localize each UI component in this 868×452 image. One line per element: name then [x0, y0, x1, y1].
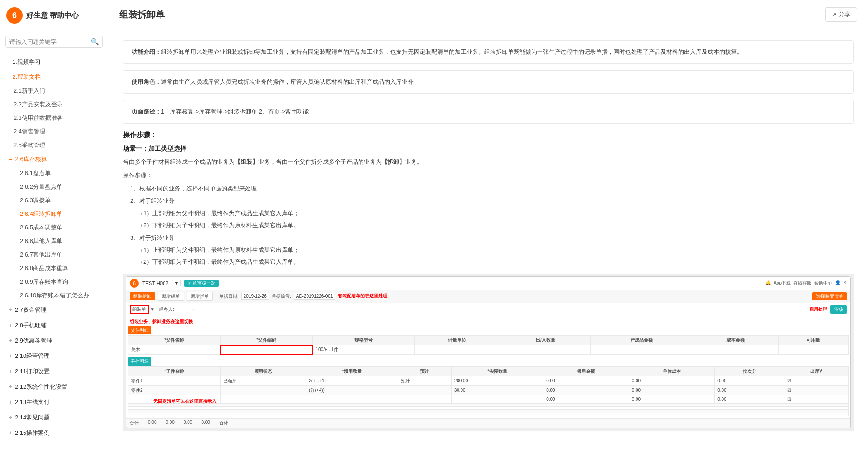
sidebar-item-faq[interactable]: + 2.14常见问题	[0, 410, 108, 425]
sidebar-item-docs[interactable]: − 2.帮助文档	[0, 70, 108, 84]
ss-table2-header: 子件明细	[128, 357, 151, 366]
operation-expand-icon: +	[9, 353, 12, 359]
ss-logo: 6	[130, 279, 139, 288]
ss-sum-val4: 0.00	[201, 420, 210, 426]
sidebar-item-print-label: 2.11打印设置	[15, 367, 50, 376]
sidebar-item-print[interactable]: + 2.11打印设置	[0, 364, 108, 379]
mobile-expand-icon: +	[9, 322, 12, 328]
ss-t1-col5: 出/入数量	[500, 335, 590, 345]
ss-t2-r2c3: (分(+4))	[306, 385, 398, 395]
ss-icon-help2: 帮助中心	[814, 280, 832, 286]
intro-block: 功能介绍：组装拆卸单用来处理企业组装或拆卸等加工业务，支持有固定装配清单的产品加…	[123, 40, 854, 64]
sidebar-item-otherinstock[interactable]: 2.6.6其他入库单	[0, 234, 108, 248]
sidebar-item-newcomer[interactable]: 2.1新手入门	[0, 84, 108, 98]
sidebar-item-stockerror[interactable]: 2.6.10库存账本错了怎么办	[0, 289, 108, 302]
ss-t2-row3: 0.00 0.00 0.00 ☑	[128, 395, 849, 403]
sidebar-item-custom[interactable]: + 2.12系统个性化设置	[0, 379, 108, 395]
sidebar-item-docs-label: 2.帮助文档	[13, 73, 41, 81]
search-input[interactable]	[9, 38, 91, 45]
screenshot-form-row: 组装单 ▼ 经办人: 启用处理 审核	[126, 303, 850, 316]
ss-icon-bell: 🔔	[765, 280, 771, 286]
screenshot-table1-wrap: 父件明细 *父件名称 *父件编码 规格型号 计量单位 出/入数量 产成品金额 成…	[126, 326, 850, 356]
ss-t1-r1c5	[500, 345, 590, 355]
sidebar-item-capital[interactable]: + 2.7资金管理	[0, 302, 108, 318]
ss-icon-user: 👤	[835, 280, 840, 286]
ss-sum-val2: 0.00	[165, 420, 174, 426]
ss-type-label: ▼	[150, 307, 155, 312]
ss-icons: 🔔 App下载 在线客服 帮助中心 👤 ✕	[765, 280, 847, 286]
step2a: （1）上部明细为父件明细，最终作为产成品生成某它入库单；	[137, 208, 854, 219]
sidebar-item-splitstock[interactable]: 2.6.2分量盘点单	[0, 180, 108, 194]
sidebar-item-adjust[interactable]: 2.6.3调拨单	[0, 194, 108, 207]
ss-date-value: 2019-12-26	[241, 293, 269, 300]
ss-annotation1-btn[interactable]: 选择装配清单	[812, 292, 847, 300]
video-expand-icon: +	[6, 59, 9, 65]
sidebar-item-install[interactable]: 2.2产品安装及登录	[0, 98, 108, 111]
role-label: 使用角色：	[132, 78, 161, 85]
ss-annotation2-area: 启用处理 审核	[809, 305, 847, 314]
case-expand-icon: +	[9, 430, 12, 436]
ss-t2-r7-empty	[128, 413, 849, 416]
path-block: 页面路径：1、库存核算->库存管理->组装拆卸单 2、首页->常用功能	[123, 100, 854, 124]
share-label: 分享	[839, 10, 850, 19]
ss-annotation3-text: 组装业务、拆卸业务在这里切换	[130, 319, 193, 324]
sidebar-item-inventory[interactable]: − 2.6库存核算	[0, 152, 108, 167]
ss-t1-r1c4	[414, 345, 500, 355]
ss-t2-r3c4	[398, 395, 451, 403]
search-input-wrap[interactable]: 🔍	[5, 36, 103, 48]
step2: 2、对于组装业务	[130, 195, 854, 206]
ss-t1-col6: 产成品金额	[590, 335, 693, 345]
scene1-desc: 当由多个子件材料组装成一个成品的业务为【组装】业务，当由一个父件拆分成多个子产品…	[123, 157, 854, 167]
sidebar-item-sales[interactable]: 2.4销售管理	[0, 125, 108, 138]
step3a: （1）上部明细为父件明细，最终作为原材料生成某它出库单；	[137, 245, 854, 255]
main-header: 组装拆卸单 ↗ 分享	[108, 0, 868, 29]
ss-t2-row6	[128, 409, 849, 413]
ss-t2-row7	[128, 413, 849, 416]
sidebar-item-dataprepare[interactable]: 2.3使用前数据准备	[0, 111, 108, 125]
sidebar-item-mobile[interactable]: + 2.8手机旺铺	[0, 318, 108, 333]
ss-t2-r3c8: 0.00	[715, 395, 784, 403]
sidebar-item-otheroutstock[interactable]: 2.6.7其他出库单	[0, 248, 108, 262]
custom-expand-icon: +	[9, 384, 12, 390]
intro-text: 组装拆卸单用来处理企业组装或拆卸等加工业务，支持有固定装配清单的产品加工业务，也…	[161, 48, 743, 55]
screenshot-card: 6 TEST-H002 ▼ 同意审核一次 🔔 App下载 在线客服 帮助中心 👤…	[126, 276, 851, 428]
sidebar-item-coupon[interactable]: + 2.9优惠券管理	[0, 333, 108, 348]
ss-btn-newadd2[interactable]: 新增拆单	[187, 292, 213, 301]
ss-t2-r1c7: 0.00	[629, 376, 715, 385]
ss-t2-col8: 批次分	[715, 366, 784, 376]
ss-btn-newadd[interactable]: 新增组单	[158, 292, 184, 301]
ss-t2-r3c7: 0.00	[629, 395, 715, 403]
ss-t2-r3c2	[220, 395, 306, 403]
sidebar-item-onlinepay[interactable]: + 2.13在线支付	[0, 395, 108, 410]
sidebar-item-mobile-label: 2.8手机旺铺	[15, 321, 47, 329]
intro-label: 功能介绍：	[132, 48, 161, 55]
ss-annotation4-text: 无固定清单可以在这里直接录入	[153, 399, 217, 404]
ss-t2-r1c5: 200.00	[451, 376, 543, 385]
sidebar-item-goodscost[interactable]: 2.6.8商品成本重算	[0, 262, 108, 275]
sidebar-item-stocktake[interactable]: 2.6.1盘点单	[0, 167, 108, 180]
ss-t1-r1c1: 关木	[128, 345, 221, 355]
sidebar-item-assembly[interactable]: 2.6.4组装拆卸单	[0, 207, 108, 221]
step3b: （2）下部明细为子件明细，最终作为产成品生成某它入库单。	[137, 257, 854, 267]
sidebar-item-purchase[interactable]: 2.5采购管理	[0, 138, 108, 152]
ss-t2-r2c5: 30.00	[451, 385, 543, 395]
ss-t2-r1c4: 预计	[398, 376, 451, 385]
share-icon: ↗	[832, 11, 837, 18]
sidebar-item-costadj[interactable]: 2.6.5成本调整单	[0, 221, 108, 234]
page-title: 组装拆卸单	[119, 9, 165, 21]
sidebar-item-stockcheck[interactable]: 2.6.9库存账本查询	[0, 275, 108, 289]
share-button[interactable]: ↗ 分享	[825, 7, 857, 22]
step1: 1、根据不同的业务，选择不同单据的类型来处理	[130, 183, 854, 194]
sidebar-item-operation[interactable]: + 2.10经营管理	[0, 348, 108, 364]
search-area: 🔍	[0, 31, 108, 52]
search-icon[interactable]: 🔍	[91, 38, 99, 45]
sidebar-item-video[interactable]: + 1.视频学习	[0, 54, 108, 70]
ss-approve-btn[interactable]: 审核	[830, 305, 847, 314]
logo-text: 好生意 帮助中心	[26, 11, 79, 20]
sidebar-item-case[interactable]: + 2.15操作案例	[0, 425, 108, 441]
ss-t2-r2c7: 0.00	[629, 385, 715, 395]
ss-t2-r1c1: 零件1	[128, 376, 221, 385]
ss-t1-col4: 计量单位	[414, 335, 500, 345]
ss-annotation1-text: 有装配清单的在这里处理	[338, 293, 387, 299]
ss-t2-r3c6: 0.00	[543, 395, 629, 403]
